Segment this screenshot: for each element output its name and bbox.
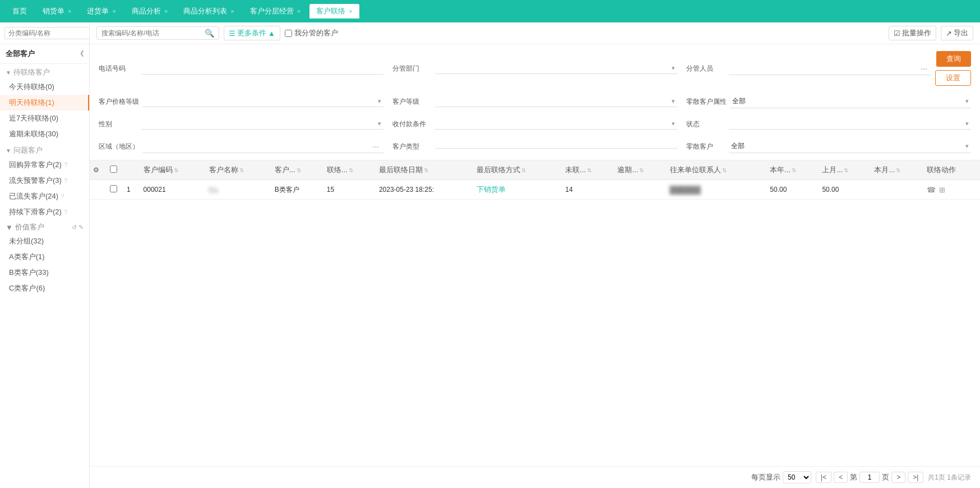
sidebar-search-input[interactable] [4,27,90,39]
filter-price-grade-select[interactable]: ▾ [142,96,383,107]
th-last-method[interactable]: 最后联络方式⇅ [473,160,562,180]
filter-manager-select[interactable]: ··· [729,62,932,75]
sort-icon: ⇅ [844,167,848,173]
filter-phone-label: 电话号码 [99,64,138,73]
filter-customer-grade-select[interactable]: ▾ [435,96,677,107]
check-icon: ☑ [894,29,900,38]
filter-area-select[interactable]: ··· [142,140,383,153]
nav-item-sales[interactable]: 销货单× [36,4,78,19]
top-nav: 首页 销货单× 进货单× 商品分析× 商品分析列表× 客户分层经营× 客户联络× [0,0,980,22]
th-this-year[interactable]: 本年...⇅ [766,160,819,180]
sidebar-item-repurchase[interactable]: 回购异常客户(2) ? [0,157,89,173]
filter-phone-input[interactable] [141,63,383,75]
last-page-button[interactable]: >| [908,472,923,483]
close-icon[interactable]: × [164,8,168,15]
chevron-down-icon: ▾ [672,98,675,105]
more-conditions-button[interactable]: ☰ 更多条件 ▲ [224,26,280,40]
th-last-date[interactable]: 最后联络日期⇅ [376,160,473,180]
first-page-button[interactable]: |< [816,472,831,483]
sidebar-item-declining[interactable]: 持续下滑客户(2) ? [0,204,89,220]
sidebar-item-a-class[interactable]: A类客户(1) [0,249,89,265]
settings-button[interactable]: 设置 [935,70,971,86]
close-icon[interactable]: × [297,8,301,15]
dots-icon[interactable]: ··· [370,142,381,151]
close-icon[interactable]: × [68,8,71,15]
close-icon[interactable]: × [230,8,234,15]
td-code: 000021 [140,180,206,200]
filter-status-label: 状态 [686,119,725,129]
nav-item-customer-segment[interactable]: 客户分层经营× [243,4,307,19]
sidebar-item-lost[interactable]: 已流失客户(24) ? [0,188,89,204]
filter-area-label: 区域（地区） [99,142,139,151]
sidebar-item-tomorrow[interactable]: 明天待联络(1) [0,95,89,111]
sidebar-problem-section: ▼ 问题客户 回购异常客户(2) ? 流失预警客户(3) ? 已流失客户(24)… [0,142,89,220]
th-unit-contact[interactable]: 往来单位联系人⇅ [667,160,767,180]
nav-item-analysis-list[interactable]: 商品分析列表× [177,4,241,19]
refresh-icon[interactable]: ↺ [72,224,77,231]
dots-icon[interactable]: ··· [918,64,930,73]
search-icon[interactable]: 🔍 [205,29,214,38]
th-code[interactable]: 客户编码⇅ [140,160,206,180]
nav-home[interactable]: 首页 [6,4,34,19]
th-contact[interactable]: 联络...⇅ [323,160,376,180]
filter-gender-select[interactable]: ▾ [141,118,383,130]
action-phone-icon[interactable]: ☎ [927,186,936,194]
td-this-month [871,180,923,200]
sidebar-item-b-class[interactable]: B类客户(33) [0,265,89,280]
nav-item-analysis[interactable]: 商品分析× [125,4,174,19]
export-button[interactable]: ↗ 导出 [941,26,973,40]
batch-ops-button[interactable]: ☑ 批量操作 [889,26,936,40]
edit-icon[interactable]: ✎ [78,224,84,231]
page-label: 第 [850,472,857,482]
sidebar-all-customers[interactable]: 全部客户 《 [0,44,89,64]
th-gear[interactable]: ⚙ [90,160,107,180]
filter-customer-type-select[interactable] [435,145,677,149]
filter-retail-customer-select[interactable]: 全部 ▾ [729,140,971,153]
td-last-method[interactable]: 下销货单 [473,180,562,200]
td-index: 1 [123,180,140,200]
my-customers-checkbox[interactable]: 我分管的客户 [285,28,338,38]
filter-payment-select[interactable]: ▾ [435,118,677,130]
page-input[interactable] [859,472,880,483]
th-type[interactable]: 客户...⇅ [271,160,323,180]
sidebar-pending-group-title: ▼ 待联络客户 [0,64,89,79]
th-this-month[interactable]: 本月...⇅ [871,160,923,180]
query-button[interactable]: 查询 [936,51,971,67]
filter-gender-row: 性别 ▾ [99,115,383,133]
prev-page-button[interactable]: < [834,472,848,483]
last-method-link[interactable]: 下销货单 [477,185,506,194]
th-check[interactable] [107,160,123,180]
sort-icon: ⇅ [587,167,591,173]
row-checkbox[interactable] [110,185,117,192]
nav-item-purchase[interactable]: 进货单× [80,4,122,19]
filter-retail-attr-select[interactable]: 全部 ▾ [730,95,971,108]
sidebar-item-7days[interactable]: 近7天待联络(0) [0,111,89,126]
th-not-contacted[interactable]: 未联...⇅ [562,160,614,180]
filter-status-select[interactable]: ▾ [729,118,971,130]
th-overdue[interactable]: 逾期...⇅ [614,160,666,180]
td-check[interactable] [107,180,123,200]
per-page-select[interactable]: 50 100 200 [783,471,811,484]
td-this-year: 50.00 [766,180,819,200]
next-page-button[interactable]: > [891,472,905,483]
arrow-down-icon: ▼ [6,148,11,154]
main-layout: 🔍 全部客户 《 ▼ 待联络客户 今天待联络(0) 明天待联络(1) 近7天待联… [0,22,980,488]
filter-actions: 查询 设置 [935,49,971,88]
sidebar-item-overdue[interactable]: 逾期未联络(30) [0,126,89,142]
sidebar-item-lost-warning[interactable]: 流失预警客户(3) ? [0,173,89,188]
action-qr-icon[interactable]: ⊞ [939,186,945,194]
filter-dept-select[interactable]: ▾ [435,63,677,74]
row-actions: ☎ ⊞ [927,186,977,194]
close-icon[interactable]: × [349,8,352,15]
search-input[interactable] [101,29,202,37]
sidebar-item-ungrouped[interactable]: 未分组(32) [0,233,89,249]
nav-item-customer-contact[interactable]: 客户联络× [309,4,359,19]
sidebar-item-c-class[interactable]: C类客户(6) [0,280,89,296]
select-all-checkbox[interactable] [110,165,117,173]
close-icon[interactable]: × [112,8,115,15]
sidebar-item-today[interactable]: 今天待联络(0) [0,79,89,95]
th-name[interactable]: 客户名称⇅ [206,160,271,180]
th-last-month[interactable]: 上月...⇅ [819,160,871,180]
my-customers-check[interactable] [285,30,292,37]
chevron-up-icon: ▲ [268,29,275,38]
